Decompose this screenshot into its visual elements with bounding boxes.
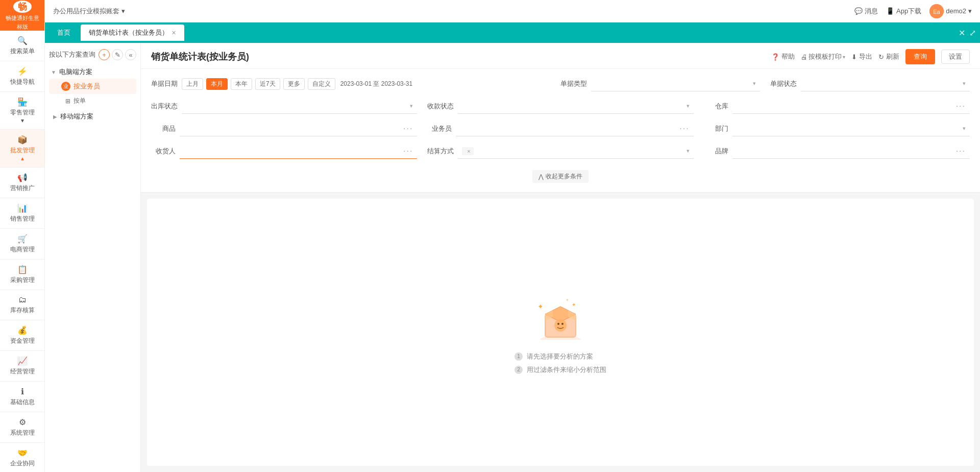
svg-text:Ea: Ea <box>934 9 941 15</box>
breadcrumb-dropdown[interactable]: 办公用品行业模拟账套 ▾ <box>53 7 125 16</box>
sidebar-corp-label: 企业协同 <box>10 459 35 468</box>
sidebar-item-corp[interactable]: 🤝 企业协同 <box>0 443 44 472</box>
salesperson-select[interactable]: ··· <box>456 121 693 136</box>
out-status-arrow: ▾ <box>410 103 413 109</box>
sidebar-item-inventory[interactable]: 🗂 库存核算 <box>0 290 44 320</box>
dept-select[interactable]: ▾ <box>732 121 970 136</box>
user-menu[interactable]: Ea demo2 ▾ <box>929 4 972 18</box>
step-2-num: 2 <box>514 366 523 374</box>
receive-status-select[interactable]: ▾ <box>458 99 693 114</box>
message-btn[interactable]: 💬 消息 <box>854 7 878 16</box>
wholesale-arrow: ▴ <box>21 155 24 162</box>
sidebar-logo: 畅 畅捷通好生意 标版 <box>0 0 45 31</box>
export-label: 导出 <box>859 52 872 61</box>
sidebar-item-retail[interactable]: 🏪 零售管理 ▾ <box>0 92 44 130</box>
filter-doc-status: 单据状态 ▾ <box>770 76 970 91</box>
filter-area: 单据日期 上月 本月 本年 近7天 更多 自定义 2023-03-01 至 20… <box>141 69 980 193</box>
brand-select[interactable]: ··· <box>732 144 970 159</box>
date-more[interactable]: 更多 <box>283 78 305 90</box>
sidebar-item-purchase[interactable]: 📋 采购管理 <box>0 259 44 290</box>
tab-restore-btn[interactable]: ⤢ <box>969 28 976 38</box>
svg-text:✦: ✦ <box>572 302 576 308</box>
search-icon: 🔍 <box>17 36 28 45</box>
export-btn[interactable]: ⬇ 导出 <box>851 52 872 61</box>
print-icon: 🖨 <box>801 53 807 61</box>
sidebar-item-search[interactable]: 🔍 搜索菜单 <box>0 31 44 61</box>
date-custom[interactable]: 自定义 <box>308 78 335 90</box>
settle-arrow: ▾ <box>687 148 690 154</box>
refresh-btn[interactable]: ↻ 刷新 <box>878 52 899 61</box>
edit-scheme-btn[interactable]: ✎ <box>112 49 123 60</box>
settle-select[interactable]: × ▾ <box>458 144 693 159</box>
brand-label: 品牌 <box>704 147 728 156</box>
sub-scheme-icon: ⊞ <box>65 98 70 105</box>
wholesale-icon: 📦 <box>17 135 28 145</box>
sidebar-item-quicknav[interactable]: ⚡ 快捷导航 <box>0 61 44 92</box>
warehouse-select[interactable]: ··· <box>732 99 970 114</box>
doc-status-select[interactable]: ▾ <box>801 76 970 91</box>
mobile-scheme-header[interactable]: ▶ 移动端方案 <box>49 110 136 123</box>
svg-text:✦: ✦ <box>537 302 544 311</box>
message-label: 消息 <box>865 7 878 16</box>
sidebar-item-system[interactable]: ⚙ 系统管理 <box>0 412 44 443</box>
settle-tag-close[interactable]: × <box>467 148 470 154</box>
app-download-btn[interactable]: 📱 App下载 <box>886 7 921 16</box>
scheme-salesperson[interactable]: 业 按业务员 <box>49 79 136 94</box>
pc-scheme-header[interactable]: ▼ 电脑端方案 <box>49 65 136 79</box>
sidebar-item-marketing[interactable]: 📢 营销推广 <box>0 168 44 198</box>
help-btn[interactable]: ❓ 帮助 <box>771 52 795 61</box>
retail-icon: 🏪 <box>17 97 28 107</box>
filter-row-2: 出库状态 ▾ 收款状态 ▾ 仓库 <box>151 99 970 114</box>
tab-home[interactable]: 首页 <box>49 25 79 41</box>
receiver-input[interactable]: ··· <box>180 144 417 159</box>
date-prev-month[interactable]: 上月 <box>182 78 203 90</box>
sidebar-item-finance[interactable]: 💰 资金管理 <box>0 320 44 351</box>
sidebar-purchase-label: 采购管理 <box>10 276 35 285</box>
sidebar-item-wholesale[interactable]: 📦 批发管理 ▴ <box>0 130 44 168</box>
print-btn[interactable]: 🖨 按模板打印 ▾ <box>801 52 845 61</box>
add-scheme-btn[interactable]: + <box>99 49 110 60</box>
sub-scheme-label: 按单 <box>74 97 86 105</box>
setting-btn[interactable]: 设置 <box>941 50 970 64</box>
date-last7[interactable]: 近7天 <box>255 78 280 90</box>
user-dropdown-arrow: ▾ <box>968 7 972 15</box>
sidebar-item-business[interactable]: 📈 经营管理 <box>0 351 44 382</box>
sidebar-business-label: 经营管理 <box>10 367 35 376</box>
sidebar-item-ecommerce[interactable]: 🛒 电商管理 <box>0 229 44 259</box>
left-panel-header: 按以下方案查询 + ✎ « <box>49 49 136 60</box>
date-range-text: 2023-03-01 至 2023-03-31 <box>340 80 412 88</box>
goods-dots: ··· <box>403 124 413 133</box>
tab-minimize-btn[interactable]: ✕ <box>959 28 965 38</box>
doc-type-label: 单据类型 <box>560 79 587 88</box>
sidebar-item-basic[interactable]: ℹ 基础信息 <box>0 382 44 412</box>
collapse-btn[interactable]: ⋀ 收起更多条件 <box>532 170 589 183</box>
filter-receive-status: 收款状态 ▾ <box>427 99 693 114</box>
goods-select[interactable]: ··· <box>180 121 417 136</box>
doc-type-select[interactable]: ▾ <box>591 76 760 91</box>
date-curr-month[interactable]: 本月 <box>206 78 228 90</box>
out-status-select[interactable]: ▾ <box>182 99 417 114</box>
sub-scheme-order[interactable]: ⊞ 按单 <box>49 94 136 108</box>
salesperson-label: 业务员 <box>427 124 452 133</box>
filter-settle: 结算方式 × ▾ <box>427 144 693 159</box>
mobile-scheme-label: 移动端方案 <box>60 112 93 121</box>
logo-text: 畅捷通好生意 <box>6 14 39 21</box>
filter-receiver: 收货人 ··· <box>151 144 417 159</box>
sidebar-item-sales[interactable]: 📊 销售管理 <box>0 198 44 229</box>
print-dropdown-arrow: ▾ <box>843 54 845 60</box>
tab-close-btn[interactable]: ✕ <box>172 30 176 36</box>
date-curr-year[interactable]: 本年 <box>231 78 252 90</box>
sidebar-system-label: 系统管理 <box>10 429 35 437</box>
empty-svg: ✦ ✦ ✦ <box>530 289 591 340</box>
query-btn[interactable]: 查询 <box>905 49 935 64</box>
filter-row-1: 单据日期 上月 本月 本年 近7天 更多 自定义 2023-03-01 至 20… <box>151 76 970 91</box>
left-panel-actions: + ✎ « <box>99 49 136 60</box>
dept-arrow: ▾ <box>963 125 966 132</box>
pc-scheme-label: 电脑端方案 <box>59 67 92 77</box>
refresh-label: 刷新 <box>886 52 899 61</box>
tabs-actions: ✕ ⤢ <box>959 28 976 38</box>
tab-sales-stat[interactable]: 销货单统计表（按业务员） ✕ <box>81 25 184 41</box>
collapse-panel-btn[interactable]: « <box>125 49 136 60</box>
filter-row-4: 收货人 ··· 结算方式 × ▾ <box>151 144 970 159</box>
sidebar-quicknav-label: 快捷导航 <box>10 78 35 86</box>
